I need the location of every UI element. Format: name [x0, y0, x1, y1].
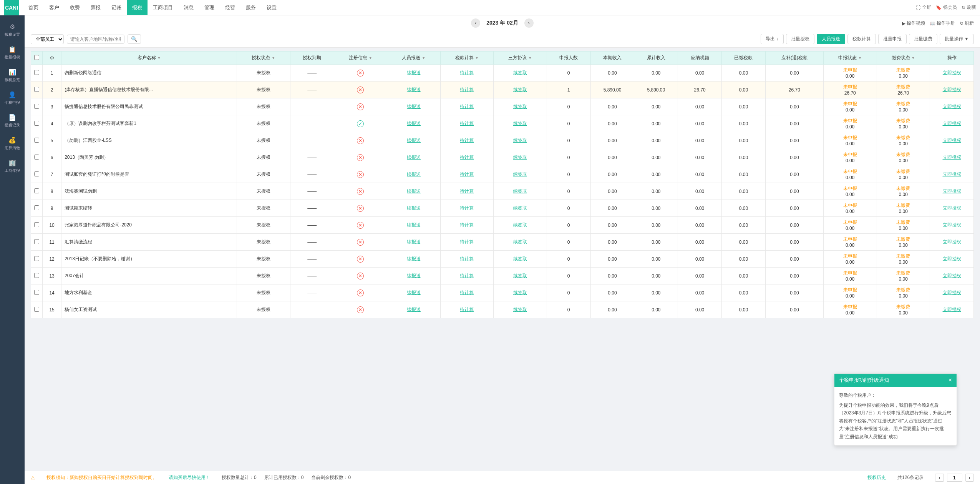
- row-action-cell[interactable]: 立即授权: [930, 149, 974, 166]
- auth-link[interactable]: 请购买后尽快使用！: [169, 474, 210, 481]
- person-report-link[interactable]: 续报送: [407, 87, 421, 92]
- person-report-link[interactable]: 续报送: [407, 273, 421, 278]
- sidebar-item-0[interactable]: ⚙报税设置: [0, 18, 25, 41]
- row-tax-calc-cell[interactable]: 待计算: [440, 132, 494, 149]
- toolbar-btn-批量操作[interactable]: 批量操作 ▼: [940, 34, 974, 44]
- row-person-report-cell[interactable]: 续报送: [387, 132, 441, 149]
- col-header-auth_status[interactable]: 授权状态 ▼: [237, 52, 290, 65]
- person-report-link[interactable]: 续报送: [407, 104, 421, 109]
- row-tax-calc-cell[interactable]: 待计算: [440, 166, 494, 183]
- tax-calc-link[interactable]: 待计算: [460, 273, 474, 278]
- nav-item-客户[interactable]: 客户: [44, 0, 65, 15]
- action-link[interactable]: 立即授权: [943, 273, 961, 278]
- top-action-刷新[interactable]: ↻刷新: [960, 20, 974, 27]
- triparty-link[interactable]: 续签取: [513, 87, 527, 92]
- col-header-pay_status[interactable]: 缴费状态 ▼: [877, 52, 930, 65]
- nav-item-收费[interactable]: 收费: [65, 0, 85, 15]
- toolbar-btn-税款计算[interactable]: 税款计算: [847, 34, 876, 44]
- row-triparty-cell[interactable]: 续签取: [494, 217, 547, 234]
- top-action-操作手册[interactable]: 📖操作手册: [930, 20, 955, 27]
- triparty-link[interactable]: 续签取: [513, 307, 527, 312]
- nav-item-设置[interactable]: 设置: [261, 0, 282, 15]
- triparty-link[interactable]: 续签取: [513, 138, 527, 143]
- sidebar-item-1[interactable]: 📋批量报税: [0, 41, 25, 64]
- row-tax-calc-cell[interactable]: 待计算: [440, 98, 494, 115]
- row-action-cell[interactable]: 立即授权: [930, 301, 974, 318]
- action-link[interactable]: 立即授权: [943, 138, 961, 143]
- toolbar-btn-人员报送[interactable]: 人员报送: [817, 34, 845, 44]
- nav-item-经营[interactable]: 经营: [220, 0, 240, 15]
- row-person-report-cell[interactable]: 续报送: [387, 183, 441, 200]
- prev-page-btn[interactable]: ‹: [935, 474, 944, 482]
- row-action-cell[interactable]: 立即授权: [930, 183, 974, 200]
- sidebar-item-2[interactable]: 📊报税总览: [0, 64, 25, 86]
- row-checkbox[interactable]: [34, 222, 39, 227]
- row-person-report-cell[interactable]: 续报送: [387, 65, 441, 81]
- toolbar-btn-导出[interactable]: 导出 ↓: [761, 34, 783, 44]
- sidebar-item-5[interactable]: 💰汇算清缴: [0, 132, 25, 155]
- row-tax-calc-cell[interactable]: 待计算: [440, 81, 494, 98]
- nav-right-刷新[interactable]: ↻刷新: [962, 4, 976, 11]
- tax-calc-link[interactable]: 待计算: [460, 171, 474, 177]
- auth-history-link[interactable]: 授权历史: [867, 474, 886, 481]
- nav-item-管理[interactable]: 管理: [199, 0, 220, 15]
- col-header-reg_info[interactable]: 注册信息 ▼: [334, 52, 387, 65]
- row-action-cell[interactable]: 立即授权: [930, 98, 974, 115]
- nav-item-记账[interactable]: 记账: [106, 0, 127, 15]
- person-report-link[interactable]: 续报送: [407, 121, 421, 126]
- action-link[interactable]: 立即授权: [943, 222, 961, 228]
- row-tax-calc-cell[interactable]: 待计算: [440, 268, 494, 284]
- search-button[interactable]: 🔍: [128, 34, 141, 44]
- person-report-link[interactable]: 续报送: [407, 138, 421, 143]
- nav-item-票报[interactable]: 票报: [85, 0, 106, 15]
- row-triparty-cell[interactable]: 续签取: [494, 132, 547, 149]
- triparty-link[interactable]: 续签取: [513, 155, 527, 160]
- row-action-cell[interactable]: 立即授权: [930, 268, 974, 284]
- row-person-report-cell[interactable]: 续报送: [387, 284, 441, 301]
- employee-filter-select[interactable]: 全部员工: [31, 34, 64, 44]
- tax-calc-link[interactable]: 待计算: [460, 188, 474, 194]
- row-action-cell[interactable]: 立即授权: [930, 234, 974, 251]
- person-report-link[interactable]: 续报送: [407, 205, 421, 211]
- top-action-操作视频[interactable]: ▶操作视频: [902, 20, 925, 27]
- person-report-link[interactable]: 续报送: [407, 155, 421, 160]
- row-checkbox[interactable]: [34, 121, 39, 126]
- action-link[interactable]: 立即授权: [943, 239, 961, 244]
- tax-calc-link[interactable]: 待计算: [460, 222, 474, 228]
- toolbar-btn-批量缴费[interactable]: 批量缴费: [909, 34, 937, 44]
- col-header-person_report[interactable]: 人员报送 ▼: [387, 52, 441, 65]
- row-tax-calc-cell[interactable]: 待计算: [440, 149, 494, 166]
- row-person-report-cell[interactable]: 续报送: [387, 200, 441, 217]
- row-person-report-cell[interactable]: 续报送: [387, 251, 441, 268]
- row-triparty-cell[interactable]: 续签取: [494, 166, 547, 183]
- row-action-cell[interactable]: 立即授权: [930, 65, 974, 81]
- tax-calc-link[interactable]: 待计算: [460, 155, 474, 160]
- nav-right-全屏[interactable]: ⛶全屏: [916, 4, 931, 11]
- row-action-cell[interactable]: 立即授权: [930, 166, 974, 183]
- action-link[interactable]: 立即授权: [943, 290, 961, 295]
- row-action-cell[interactable]: 立即授权: [930, 251, 974, 268]
- row-triparty-cell[interactable]: 续签取: [494, 81, 547, 98]
- row-checkbox[interactable]: [34, 256, 39, 261]
- row-action-cell[interactable]: 立即授权: [930, 284, 974, 301]
- row-triparty-cell[interactable]: 续签取: [494, 301, 547, 318]
- row-action-cell[interactable]: 立即授权: [930, 115, 974, 132]
- action-link[interactable]: 立即授权: [943, 155, 961, 160]
- action-link[interactable]: 立即授权: [943, 188, 961, 194]
- col-header-name[interactable]: 客户名称 ▼: [61, 52, 237, 65]
- tax-calc-link[interactable]: 待计算: [460, 104, 474, 109]
- tax-calc-link[interactable]: 待计算: [460, 290, 474, 295]
- person-report-link[interactable]: 续报送: [407, 239, 421, 244]
- row-action-cell[interactable]: 立即授权: [930, 217, 974, 234]
- row-person-report-cell[interactable]: 续报送: [387, 301, 441, 318]
- row-person-report-cell[interactable]: 续报送: [387, 217, 441, 234]
- next-page-btn[interactable]: ›: [965, 474, 974, 482]
- row-triparty-cell[interactable]: 续签取: [494, 149, 547, 166]
- triparty-link[interactable]: 续签取: [513, 290, 527, 295]
- triparty-link[interactable]: 续签取: [513, 70, 527, 75]
- row-person-report-cell[interactable]: 续报送: [387, 268, 441, 284]
- sidebar-item-4[interactable]: 📄报税记录: [0, 109, 25, 132]
- nav-item-服务[interactable]: 服务: [240, 0, 261, 15]
- triparty-link[interactable]: 续签取: [513, 205, 527, 211]
- next-month-btn[interactable]: ›: [524, 18, 534, 28]
